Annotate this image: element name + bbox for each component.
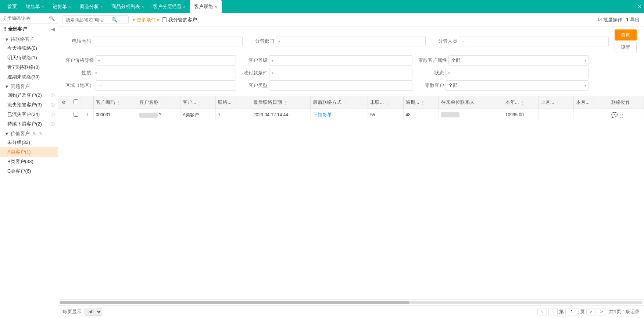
close-customer-contact[interactable]: × — [215, 0, 217, 13]
chevron-icon3: ▾ — [272, 59, 273, 63]
manager-input[interactable]: ··· — [459, 36, 609, 46]
col-contact: 联络... ⋮ — [216, 96, 251, 109]
sidebar-item-7days-pending[interactable]: 近7天待联络(0) — [0, 63, 58, 72]
row-this-month — [573, 109, 609, 121]
arrow-down-icon2: ▼ — [4, 84, 9, 89]
close-product-analysis[interactable]: × — [100, 0, 103, 13]
col-last-month: 上月... ⋮ — [538, 96, 573, 109]
chevron-icon4: ▾ — [584, 59, 586, 63]
phone-input[interactable] — [93, 36, 243, 46]
sidebar-search-input[interactable] — [3, 16, 47, 21]
sidebar-item-c-class[interactable]: C类客户(6) — [0, 166, 58, 176]
scrollbar-thumb[interactable] — [60, 301, 409, 304]
filter-icon: ▼ — [132, 17, 136, 22]
dept-select[interactable]: ▾ — [276, 36, 426, 46]
sidebar-collapse-icon[interactable]: ◀ — [51, 26, 55, 32]
nature-select[interactable]: ▾ — [93, 68, 236, 78]
filter-dept: 分管部门 ▾ — [246, 36, 429, 46]
refresh-icon[interactable]: ↻ — [33, 131, 37, 137]
nav-home[interactable]: 首页 — [3, 0, 21, 13]
nav-product-analysis[interactable]: 商品分析 × — [75, 0, 107, 13]
prev-page-btn[interactable]: < — [548, 308, 558, 315]
nav-sales-order[interactable]: 销售单 × — [21, 0, 48, 13]
my-customers-check[interactable] — [162, 17, 167, 22]
export-btn[interactable]: ⬆ 导出 — [625, 17, 640, 23]
region-input[interactable]: ··· — [96, 80, 236, 91]
sidebar-item-declining[interactable]: 持续下滑客户(2) ⓘ — [0, 119, 58, 129]
sidebar-item-overdue-contact[interactable]: 逾期未联络(30) — [0, 72, 58, 82]
group-value-customers[interactable]: ▼ 价值客户 ↻ ✎ — [0, 129, 58, 138]
col-uncontacted: 未联... ⋮ — [368, 96, 403, 109]
chevron-icon5: ▾ — [95, 71, 97, 75]
sidebar-item-a-class[interactable]: A类客户(1) — [0, 147, 58, 157]
table-footer: 每页显示 50 K < 第 页 > > 共1页 1条记录 — [58, 305, 644, 318]
my-customers-checkbox: 我分管的客户 — [162, 17, 197, 23]
qr-icon[interactable]: ⣿ — [620, 112, 623, 118]
table-row: 1 000031 ? A类客户 7 2023-04-12 14:44: 下销货单… — [58, 109, 644, 121]
col-overdue: 逾期... ⋮ — [403, 96, 439, 109]
sidebar-search-icon[interactable]: 🔍 — [49, 15, 55, 21]
arrow-down-icon: ▼ — [4, 37, 9, 42]
first-page-btn[interactable]: K — [537, 308, 547, 315]
filter-price-level: 客户价格等级 ▾ — [62, 55, 239, 66]
page-number-input[interactable] — [565, 308, 579, 315]
next-page-btn[interactable]: > — [586, 308, 595, 315]
col-name: 客户名称 ⋮ — [137, 96, 180, 109]
content-area: 🔍 ▼ 更多条件 ▾ 我分管的客户 ☑ 批量操作 ⬆ 导出 — [58, 13, 644, 318]
nav-product-analysis-list[interactable]: 商品分析列表 × — [107, 0, 148, 13]
main-search-input[interactable] — [66, 17, 110, 22]
customer-level-select[interactable]: ▾ — [269, 55, 412, 66]
masked-name — [139, 113, 158, 118]
search-icon[interactable]: 🔍 — [111, 17, 117, 22]
sidebar-item-repurchase-abnormal[interactable]: 回购异常客户(2) ⓘ — [0, 91, 58, 100]
scrollbar-track[interactable] — [60, 301, 643, 304]
row-name: ? — [137, 109, 180, 121]
edit-icon[interactable]: ✎ — [39, 131, 43, 137]
comment-icon[interactable]: 💬 — [611, 112, 618, 118]
col-settings[interactable]: ⚙ — [58, 96, 70, 109]
more-filters-btn[interactable]: ▼ 更多条件 ▾ — [132, 17, 159, 23]
close-customer-segment[interactable]: × — [183, 0, 185, 13]
retail-customer-select[interactable]: 全部 ▾ — [446, 80, 589, 91]
horizontal-scrollbar[interactable] — [58, 299, 644, 305]
retail-attr-select[interactable]: 全部 ▾ — [448, 55, 589, 66]
info-icon-4: ⓘ — [51, 121, 55, 127]
batch-op-btn[interactable]: ☑ 批量操作 — [598, 17, 622, 23]
sidebar-item-churned[interactable]: 已流失客户(24) ⓘ — [0, 110, 58, 119]
row-last-date: 2023-04-12 14:44: — [251, 109, 311, 121]
group-problem-customers[interactable]: ▼ 问题客户 — [0, 82, 58, 91]
settings-button[interactable]: 设置 — [615, 42, 637, 53]
close-product-analysis-list[interactable]: × — [142, 0, 144, 13]
col-this-year: 本年... ⋮ — [503, 96, 538, 109]
page-end-label: 页 — [580, 308, 585, 315]
last-page-btn[interactable]: > — [597, 308, 606, 315]
close-purchase-order[interactable]: × — [68, 0, 71, 13]
arrow-down-icon3: ▼ — [4, 131, 9, 137]
nav-customer-contact[interactable]: 客户联络 × — [190, 0, 221, 13]
close-all-tabs[interactable]: × — [638, 3, 641, 10]
price-level-select[interactable]: ▾ — [96, 55, 236, 66]
payment-select[interactable]: ▾ — [269, 68, 412, 78]
all-customers-header[interactable]: ⠿ 全部客户 ◀ — [0, 24, 58, 35]
group-pending-contact[interactable]: ▼ 待联络客户 — [0, 35, 58, 43]
status-select[interactable]: ▾ — [446, 68, 589, 78]
sidebar-item-churn-warning[interactable]: 流失预警客户(3) ⓘ — [0, 100, 58, 110]
select-all-checkbox[interactable] — [74, 99, 78, 104]
sidebar-item-b-class[interactable]: B类客户(33) — [0, 157, 58, 166]
total-info: 共1页 1条记录 — [609, 308, 640, 315]
top-nav: 首页 销售单 × 进货单 × 商品分析 × 商品分析列表 × 客户分层经营 × … — [0, 0, 644, 13]
page-size-select[interactable]: 50 — [85, 308, 102, 316]
customer-type-input[interactable] — [269, 80, 412, 91]
last-method-link[interactable]: 下销货单 — [313, 112, 332, 117]
row-person — [439, 109, 503, 121]
row-settings — [58, 109, 70, 121]
query-button[interactable]: 查询 — [615, 29, 637, 40]
sidebar-item-tomorrow-pending[interactable]: 明天待联络(1) — [0, 53, 58, 63]
sidebar-item-ungroup[interactable]: 未分组(32) — [0, 138, 58, 147]
row-check[interactable] — [74, 112, 78, 117]
close-sales-order[interactable]: × — [42, 0, 44, 13]
nav-customer-segment[interactable]: 客户分层经营 × — [149, 0, 190, 13]
nav-purchase-order[interactable]: 进货单 × — [48, 0, 75, 13]
filter-customer-type: 客户类型 — [239, 80, 415, 91]
sidebar-item-today-pending[interactable]: 今天待联络(0) — [0, 43, 58, 53]
